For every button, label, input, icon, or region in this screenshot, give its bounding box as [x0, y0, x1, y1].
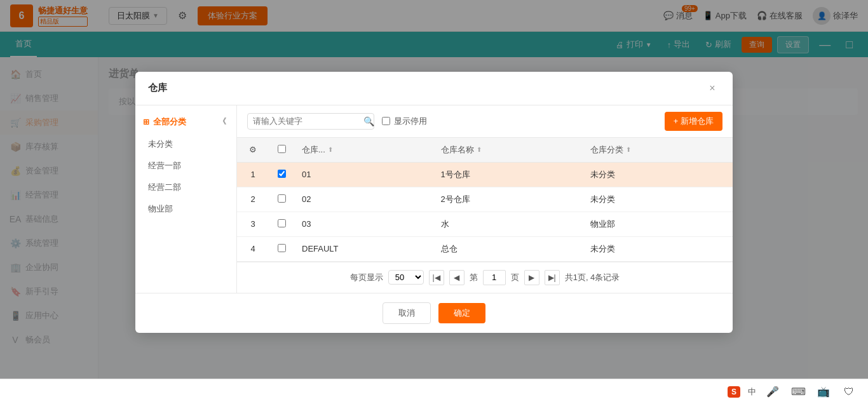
- warehouse-table: ⚙ 仓库... ⬆: [237, 138, 733, 262]
- cat-item-uncategorized[interactable]: 未分类: [135, 133, 236, 155]
- total-info: 共1页, 4条记录: [565, 272, 620, 283]
- per-page-select[interactable]: 50 10 20 100: [388, 270, 424, 285]
- confirm-button[interactable]: 确定: [438, 303, 485, 323]
- row-check[interactable]: [269, 162, 294, 187]
- last-page-btn[interactable]: ▶|: [545, 270, 560, 285]
- modal-overlay: 仓库 × ⊞ 全部分类 《 未分类 经营一部 经营二部 物业部: [0, 0, 868, 404]
- bottom-bar: S 中 🎤 ⌨ 📺 🛡: [0, 379, 868, 404]
- row-name: 1号仓库: [433, 162, 583, 187]
- settings-col-icon: ⚙: [249, 145, 257, 154]
- cancel-button[interactable]: 取消: [383, 302, 431, 324]
- page-label: 第: [470, 272, 478, 283]
- row-name: 水: [433, 212, 583, 236]
- grid-icon: ⊞: [143, 118, 149, 126]
- modal-title: 仓库: [148, 82, 167, 94]
- table-area: 🔍 显示停用 + 新增仓库 ⚙: [237, 105, 733, 293]
- table-header-row: ⚙ 仓库... ⬆: [237, 138, 733, 163]
- table-body: 1 01 1号仓库 未分类 2 02 2号仓库 未分类 3 03 水 物业部 4…: [237, 162, 733, 261]
- row-check[interactable]: [269, 212, 294, 236]
- page-unit: 页: [511, 272, 519, 283]
- code-col-label: 仓库...: [302, 144, 325, 156]
- row-checkbox[interactable]: [278, 194, 286, 203]
- cat-item-operations2[interactable]: 经营二部: [135, 177, 236, 198]
- add-warehouse-button[interactable]: + 新增仓库: [665, 112, 722, 131]
- show-disabled-input[interactable]: [382, 117, 390, 125]
- row-category: 未分类: [583, 187, 733, 212]
- row-num: 3: [237, 212, 269, 236]
- row-num: 2: [237, 187, 269, 212]
- row-check[interactable]: [269, 187, 294, 212]
- row-checkbox[interactable]: [278, 244, 286, 252]
- modal-close-button[interactable]: ×: [705, 81, 720, 96]
- name-col-label: 仓库名称: [441, 144, 474, 156]
- select-all-checkbox[interactable]: [278, 145, 286, 153]
- search-icon: 🔍: [363, 116, 374, 126]
- next-page-btn[interactable]: ▶: [524, 270, 539, 285]
- row-checkbox[interactable]: [278, 219, 286, 227]
- col-name[interactable]: 仓库名称 ⬆: [433, 138, 583, 163]
- col-settings: ⚙: [237, 138, 269, 163]
- col-checkbox: [269, 138, 294, 163]
- row-num: 4: [237, 236, 269, 261]
- table-row[interactable]: 2 02 2号仓库 未分类: [237, 187, 733, 212]
- first-page-btn[interactable]: |◀: [429, 270, 444, 285]
- prev-page-btn[interactable]: ◀: [449, 270, 465, 285]
- data-table: ⚙ 仓库... ⬆: [237, 138, 733, 262]
- show-disabled-checkbox[interactable]: 显示停用: [382, 116, 427, 127]
- ime-label[interactable]: 中: [748, 386, 756, 398]
- page-number-input[interactable]: [483, 270, 506, 285]
- collapse-icon[interactable]: 《: [216, 116, 229, 128]
- row-name: 总仓: [433, 236, 583, 261]
- table-row[interactable]: 4 DEFAULT 总仓 未分类: [237, 236, 733, 261]
- mic-icon[interactable]: 🎤: [764, 383, 782, 401]
- table-row[interactable]: 3 03 水 物业部: [237, 212, 733, 236]
- category-sidebar: ⊞ 全部分类 《 未分类 经营一部 经营二部 物业部: [135, 105, 237, 293]
- all-categories-label: 全部分类: [153, 116, 186, 128]
- monitor-icon[interactable]: 📺: [815, 383, 832, 401]
- table-row[interactable]: 1 01 1号仓库 未分类: [237, 162, 733, 187]
- row-name: 2号仓库: [433, 187, 583, 212]
- col-code[interactable]: 仓库... ⬆: [294, 138, 433, 163]
- category-col-label: 仓库分类: [590, 144, 623, 156]
- table-toolbar: 🔍 显示停用 + 新增仓库: [237, 105, 733, 138]
- modal-body: ⊞ 全部分类 《 未分类 经营一部 经营二部 物业部 🔍: [135, 105, 733, 293]
- name-sort-icon: ⬆: [477, 146, 482, 153]
- row-code: 01: [294, 162, 433, 187]
- row-code: DEFAULT: [294, 236, 433, 261]
- search-input[interactable]: [253, 116, 360, 126]
- row-check[interactable]: [269, 236, 294, 261]
- row-category: 物业部: [583, 212, 733, 236]
- row-num: 1: [237, 162, 269, 187]
- per-page-label: 每页显示: [350, 272, 383, 283]
- cat-item-operations1[interactable]: 经营一部: [135, 155, 236, 177]
- shuang-logo: S: [728, 386, 740, 398]
- warehouse-modal: 仓库 × ⊞ 全部分类 《 未分类 经营一部 经营二部 物业部: [135, 72, 733, 333]
- row-checkbox[interactable]: [278, 170, 286, 178]
- row-code: 02: [294, 187, 433, 212]
- show-disabled-label: 显示停用: [394, 116, 427, 127]
- cat-item-property[interactable]: 物业部: [135, 198, 236, 220]
- pagination: 每页显示 50 10 20 100 |◀ ◀ 第 页 ▶ ▶| 共1页, 4条记…: [237, 262, 733, 293]
- category-sort-icon: ⬆: [626, 146, 631, 153]
- row-category: 未分类: [583, 236, 733, 261]
- keyboard-icon[interactable]: ⌨: [789, 383, 807, 401]
- search-box: 🔍: [247, 113, 374, 130]
- row-category: 未分类: [583, 162, 733, 187]
- row-code: 03: [294, 212, 433, 236]
- code-sort-icon: ⬆: [328, 146, 333, 153]
- shield-icon[interactable]: 🛡: [840, 383, 858, 401]
- modal-footer: 取消 确定: [135, 293, 733, 333]
- modal-header: 仓库 ×: [135, 72, 733, 105]
- col-category[interactable]: 仓库分类 ⬆: [583, 138, 733, 163]
- all-categories-btn[interactable]: ⊞ 全部分类 《: [135, 111, 236, 133]
